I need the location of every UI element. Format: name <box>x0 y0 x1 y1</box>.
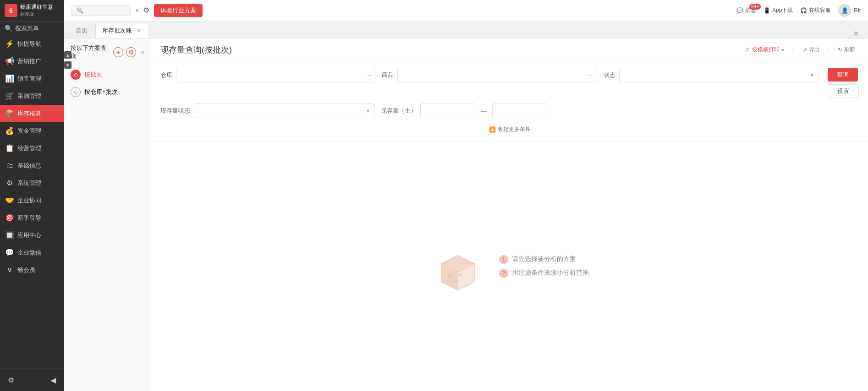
page-title: 现存量查询(按批次) <box>160 44 232 55</box>
filter-stock-status: 现存量状态 ▾ <box>160 103 374 118</box>
topbar-search-icon: 🔍 <box>77 7 83 14</box>
sidebar-item-sales[interactable]: 📊 销售管理 <box>0 70 64 87</box>
app-info: 畅康通好生意 标准版 <box>20 4 53 17</box>
message-btn[interactable]: 💬 消息 99+ <box>736 6 756 14</box>
print-icon: 🖨 <box>745 47 750 53</box>
sidebar-item-newbie[interactable]: 🎯 新手引导 <box>0 209 64 227</box>
sidebar-item-quick-nav[interactable]: ⚡ 快捷导航 <box>0 35 64 53</box>
sidebar-item-system[interactable]: ⚙ 系统管理 <box>0 174 64 192</box>
topbar-search-box[interactable]: 🔍 <box>71 5 131 16</box>
left-panel-collapse-icon[interactable]: « <box>141 49 144 56</box>
query-btn[interactable]: 查询 <box>828 68 858 81</box>
scheme-settings-btn[interactable]: ⚙ <box>126 47 136 57</box>
topbar-gear-icon[interactable]: ⚙ <box>143 6 149 15</box>
scroll-up-btn[interactable]: ▲ <box>64 51 71 59</box>
online-service-label: 在线客服 <box>809 6 831 14</box>
app-logo: 6 <box>5 4 17 17</box>
marketing-icon: 📢 <box>5 57 14 65</box>
wechat-icon: 💬 <box>5 249 14 257</box>
status-select[interactable]: ▾ <box>619 68 819 82</box>
empty-box-svg <box>430 239 485 294</box>
filter-actions: 查询 设置 <box>828 68 859 98</box>
ops-icon: 📋 <box>5 144 14 152</box>
online-service-btn[interactable]: 🎧 在线客服 <box>800 6 831 14</box>
finance-label: 资金管理 <box>17 127 41 135</box>
sidebar-item-marketing[interactable]: 📢 营销推广 <box>0 53 64 70</box>
app-center-icon: 🔲 <box>5 231 14 239</box>
sidebar-collapse-icon[interactable]: ◀ <box>47 374 60 386</box>
add-scheme-btn[interactable]: + <box>113 47 123 57</box>
collab-icon: 🤝 <box>5 196 14 205</box>
sidebar-settings-icon[interactable]: ⚙ <box>5 374 17 386</box>
stock-qty-max-input[interactable] <box>492 103 547 118</box>
sidebar-footer: ⚙ ◀ <box>0 369 64 391</box>
system-label: 系统管理 <box>17 179 41 187</box>
tab-close-icon[interactable]: ✕ <box>135 27 142 34</box>
scroll-down-btn[interactable]: ▼ <box>64 61 71 69</box>
sidebar-item-app-center[interactable]: 🔲 应用中心 <box>0 227 64 244</box>
tab-inventory-batch[interactable]: 库存批次账 ✕ <box>95 23 149 38</box>
app-center-label: 应用中心 <box>17 231 41 239</box>
refresh-btn[interactable]: ↻ 刷新 <box>834 44 859 55</box>
experience-btn[interactable]: 体验行业方案 <box>154 4 203 17</box>
tip-2-number: 2 <box>499 269 508 278</box>
sidebar-item-wechat[interactable]: 💬 企业微信 <box>0 244 64 261</box>
tip-1: 1 请先选择要分析的方案 <box>499 255 589 264</box>
sidebar-item-collab[interactable]: 🤝 企业协同 <box>0 192 64 209</box>
export-label: 导出 <box>809 46 820 54</box>
app-download-icon: 📱 <box>764 7 770 14</box>
sidebar-item-purchase[interactable]: 🛒 采购管理 <box>0 87 64 105</box>
export-btn[interactable]: ↗ 导出 <box>799 44 824 55</box>
inventory-icon: 📦 <box>5 109 14 118</box>
sidebar-item-finance[interactable]: 💰 资金管理 <box>0 122 64 140</box>
stock-status-arrow: ▾ <box>367 108 369 114</box>
sidebar-search[interactable]: 🔍 搜索菜单 <box>0 22 64 35</box>
refresh-icon: ↻ <box>838 47 842 53</box>
svg-point-6 <box>459 273 462 276</box>
scheme-by-batch[interactable]: ⊙ 按批次 <box>64 66 151 83</box>
close-all-tabs-icon[interactable]: ✕ <box>853 29 859 38</box>
product-more-icon[interactable]: ··· <box>584 71 597 79</box>
left-panel-title: 按以下方案查询 <box>71 44 110 60</box>
warehouse-more-icon[interactable]: ··· <box>363 71 375 79</box>
ops-label: 经营管理 <box>17 144 41 152</box>
settings-btn[interactable]: 设置 <box>828 84 859 98</box>
sidebar-item-member[interactable]: V 畅会员 <box>0 261 64 279</box>
sidebar-item-ops[interactable]: 📋 经营管理 <box>0 140 64 157</box>
stock-status-select[interactable]: ▾ <box>194 103 374 118</box>
stock-qty-min-input[interactable] <box>420 103 475 118</box>
by-warehouse-batch-icon: ⊙ <box>71 87 81 97</box>
product-input-box[interactable]: ··· <box>397 68 597 82</box>
settings-icon: ⚙ <box>128 49 134 56</box>
stock-qty-dash: — <box>479 108 489 114</box>
scheme-by-warehouse-batch[interactable]: ⊙ 按仓库+批次 <box>64 83 151 101</box>
sidebar-item-basic[interactable]: 🗂 基础信息 <box>0 157 64 174</box>
sidebar-item-inventory[interactable]: 📦 库存核算 <box>0 105 64 122</box>
print-btn[interactable]: 🖨 按模板打印 ▾ <box>741 44 788 55</box>
user-menu[interactable]: 👤 Rit <box>838 4 861 17</box>
tip-1-number: 1 <box>499 255 508 264</box>
topbar-search-input[interactable] <box>86 7 123 14</box>
search-icon: 🔍 <box>5 25 12 32</box>
collapse-up-icon: 🔼 <box>489 126 496 133</box>
filter-product: 商品 ··· <box>382 68 597 82</box>
app-download-btn[interactable]: 📱 App下载 <box>764 6 793 14</box>
filter-status: 状态 ▾ <box>604 68 819 82</box>
filter-area: 仓库 ··· 商品 ··· <box>151 61 868 142</box>
topbar-dropdown-arrow[interactable]: ▾ <box>136 7 138 14</box>
warehouse-input-box[interactable]: ··· <box>176 68 375 82</box>
company-name: 畅康通好生意 <box>20 4 53 11</box>
stock-qty-label: 现存量（主） <box>381 107 417 115</box>
newbie-icon: 🎯 <box>5 214 14 222</box>
sidebar-header: 6 畅康通好生意 标准版 <box>0 0 64 22</box>
newbie-label: 新手引导 <box>17 214 41 222</box>
collapse-btn[interactable]: 🔼 收起更多条件 <box>489 125 531 133</box>
avatar: 👤 <box>838 4 851 17</box>
tab-inventory-batch-label: 库存批次账 <box>102 27 132 35</box>
message-icon: 💬 <box>736 7 743 14</box>
print-dropdown-arrow[interactable]: ▾ <box>781 47 784 53</box>
tab-home[interactable]: 首页 <box>69 23 94 38</box>
product-input[interactable] <box>398 72 584 79</box>
message-badge: 99+ <box>749 4 761 10</box>
warehouse-input[interactable] <box>176 72 363 79</box>
